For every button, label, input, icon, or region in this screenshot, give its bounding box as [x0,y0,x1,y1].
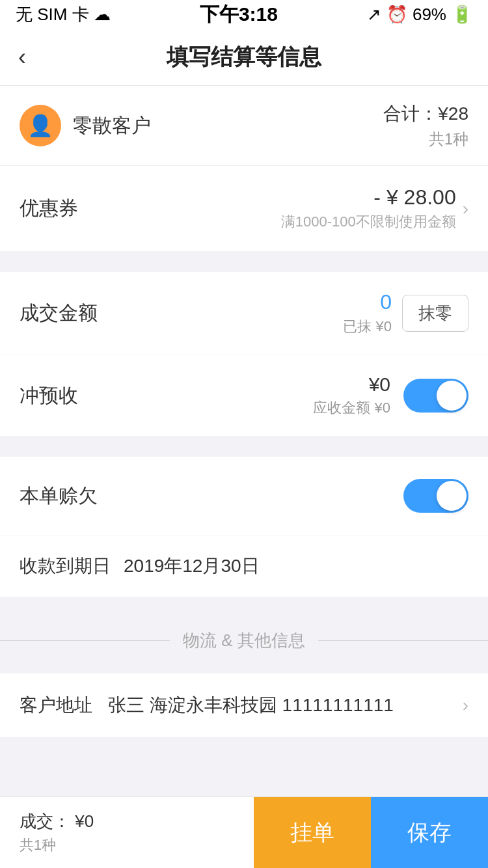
bottom-deal-label: 成交： [20,811,70,831]
credit-label: 本单赊欠 [20,483,98,509]
spacer-3 [0,607,488,617]
address-chevron-icon: › [463,695,468,716]
coupon-right: - ¥ 28.00 满1000-100不限制使用金额 › [281,185,468,232]
customer-section: 👤 零散客户 合计：¥28 共1种 优惠券 - ¥ 28.00 满1000-10… [0,86,488,251]
coupon-info: - ¥ 28.00 满1000-100不限制使用金额 [281,185,456,232]
address-row[interactable]: 客户地址 张三 海淀永丰科技园 11111111111 › [0,673,488,737]
avatar: 👤 [20,105,61,146]
due-date-row: 收款到期日 2019年12月30日 [0,535,488,597]
status-left: 无 SIM 卡 ☁ [16,3,111,26]
status-bar: 无 SIM 卡 ☁ 下午3:18 ↗ ⏰ 69% 🔋 [0,0,488,29]
address-value: 张三 海淀永丰科技园 11111111111 [108,693,463,718]
avatar-icon: 👤 [27,113,53,138]
customer-row: 👤 零散客户 合计：¥28 共1种 [0,86,488,165]
deal-amount-value: 0 [343,290,392,314]
location-icon: ↗ [367,5,381,25]
deal-amount-value-group: 0 已抹 ¥0 [343,290,392,336]
prepay-toggle-knob [437,381,467,411]
alarm-icon: ⏰ [386,5,407,25]
back-button[interactable]: ‹ [18,44,26,71]
status-right: ↗ ⏰ 69% 🔋 [367,5,472,25]
total-amount: 合计：¥28 [383,102,468,126]
due-date-label: 收款到期日 [20,554,111,578]
prepay-right: ¥0 应收金额 ¥0 [313,373,468,418]
deal-amount-right: 0 已抹 ¥0 抹零 [343,290,468,336]
due-date-value: 2019年12月30日 [124,554,260,578]
coupon-discount: - ¥ 28.00 [281,185,456,210]
prepay-sub: 应收金额 ¥0 [313,398,390,418]
spacer-4 [0,663,488,673]
logistics-divider: 物流 & 其他信息 [0,617,488,663]
credit-section: 本单赊欠 收款到期日 2019年12月30日 [0,457,488,597]
coupon-row[interactable]: 优惠券 - ¥ 28.00 满1000-100不限制使用金额 › [0,165,488,251]
status-time: 下午3:18 [200,1,278,28]
customer-name: 零散客户 [73,113,151,139]
bottom-deal-value: ¥0 [75,811,94,831]
total-count: 共1种 [383,129,468,150]
customer-left: 👤 零散客户 [20,105,151,146]
divider-text: 物流 & 其他信息 [170,629,318,652]
hang-order-button[interactable]: 挂单 [254,797,371,869]
coupon-desc: 满1000-100不限制使用金额 [281,212,456,232]
prepay-label: 冲预收 [20,383,78,409]
bottom-info: 成交： ¥0 共1种 [0,810,254,855]
credit-toggle-knob [437,481,467,511]
deal-section: 成交金额 0 已抹 ¥0 抹零 冲预收 ¥0 应收金额 ¥0 [0,272,488,436]
spacer-2 [0,446,488,457]
content-area: 👤 零散客户 合计：¥28 共1种 优惠券 - ¥ 28.00 满1000-10… [0,86,488,868]
bottom-deal-amount: 成交： ¥0 [20,810,234,833]
nav-bar: ‹ 填写结算等信息 [0,29,488,86]
battery-icon: 🔋 [452,5,472,25]
bottom-count: 共1种 [20,835,234,855]
deal-amount-row: 成交金额 0 已抹 ¥0 抹零 [0,272,488,355]
credit-row: 本单赊欠 [0,457,488,535]
mo-zero-button[interactable]: 抹零 [402,295,468,332]
coupon-chevron-icon: › [463,198,468,219]
address-section: 客户地址 张三 海淀永丰科技园 11111111111 › [0,673,488,737]
prepay-value: ¥0 [313,373,390,396]
coupon-label: 优惠券 [20,195,78,222]
prepay-value-group: ¥0 应收金额 ¥0 [313,373,390,418]
bottom-bar: 成交： ¥0 共1种 挂单 保存 [0,796,488,868]
deal-amount-sub: 已抹 ¥0 [343,317,392,336]
battery-text: 69% [413,5,446,25]
sim-text: 无 SIM 卡 ☁ [16,3,111,26]
prepay-toggle[interactable] [403,379,468,413]
deal-amount-label: 成交金额 [20,300,98,327]
spacer-1 [0,262,488,272]
save-button[interactable]: 保存 [371,797,488,869]
customer-right: 合计：¥28 共1种 [383,102,468,150]
prepay-row: 冲预收 ¥0 应收金额 ¥0 [0,355,488,436]
page-title: 填写结算等信息 [167,42,321,72]
credit-toggle[interactable] [403,479,468,513]
address-label: 客户地址 [20,693,92,718]
